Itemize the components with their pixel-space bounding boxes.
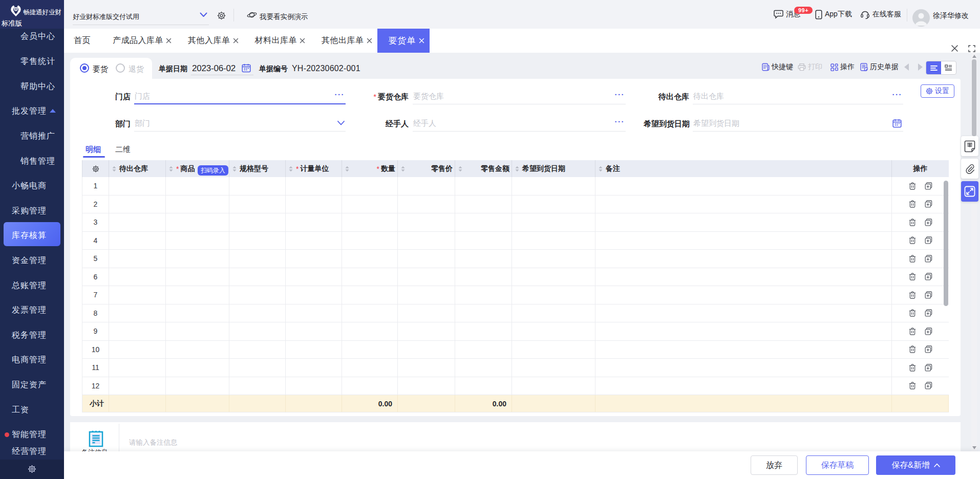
cell-out-warehouse[interactable] (109, 177, 166, 195)
next-doc-arrow-icon[interactable] (918, 63, 923, 71)
cell-qty[interactable] (342, 177, 398, 195)
cell-hope-date[interactable] (512, 359, 595, 377)
fullscreen-icon[interactable] (968, 45, 975, 52)
cell-retail-price[interactable] (398, 195, 455, 214)
copy-row-icon[interactable] (925, 291, 932, 299)
tab-requisition-order[interactable]: 要货单 (377, 29, 430, 53)
delete-row-icon[interactable] (909, 345, 916, 353)
cell-remark[interactable] (595, 377, 892, 396)
copy-row-icon[interactable] (925, 273, 932, 280)
cell-spec[interactable] (229, 250, 286, 268)
cell-spec[interactable] (229, 304, 286, 323)
sort-icon[interactable] (515, 166, 519, 172)
cell-out-warehouse[interactable] (109, 377, 166, 396)
cell-remark[interactable] (595, 304, 892, 323)
cell-remark[interactable] (595, 341, 892, 359)
cell-retail-amount[interactable] (455, 322, 512, 341)
handler-picker-dots-icon[interactable]: ··· (615, 117, 625, 126)
support-button[interactable]: 在线客服 (860, 0, 901, 29)
cell-remark[interactable] (595, 268, 892, 287)
cell-qty[interactable] (342, 377, 398, 396)
cell-qty[interactable] (342, 213, 398, 232)
cell-retail-amount[interactable] (455, 213, 512, 232)
cell-out-warehouse[interactable] (109, 359, 166, 377)
department-field[interactable]: 部门 (134, 118, 346, 132)
delete-row-icon[interactable] (909, 182, 916, 190)
cell-qty[interactable] (342, 304, 398, 323)
cell-spec[interactable] (229, 177, 286, 195)
sidebar-item-ecommerce-mini[interactable]: 小畅电商 (0, 173, 64, 198)
cell-retail-amount[interactable] (455, 377, 512, 396)
sort-icon[interactable] (112, 166, 116, 172)
copy-row-icon[interactable] (925, 364, 932, 372)
cell-hope-date[interactable] (512, 268, 595, 287)
cell-product[interactable] (166, 213, 229, 232)
delete-row-icon[interactable] (909, 291, 916, 299)
cell-spec[interactable] (229, 359, 286, 377)
cell-hope-date[interactable] (512, 177, 595, 195)
req-warehouse-picker-dots-icon[interactable]: ··· (615, 90, 625, 99)
cell-retail-amount[interactable] (455, 268, 512, 287)
cell-out-warehouse[interactable] (109, 195, 166, 214)
sidebar-item-payroll[interactable]: 工资 (0, 398, 64, 422)
copy-row-icon[interactable] (925, 219, 932, 226)
radio-return-label[interactable]: 退货 (129, 64, 144, 74)
cell-qty[interactable] (342, 322, 398, 341)
cell-remark[interactable] (595, 359, 892, 377)
delete-row-icon[interactable] (909, 255, 916, 263)
sort-icon[interactable] (345, 166, 349, 172)
copy-row-icon[interactable] (925, 255, 932, 263)
cell-product[interactable] (166, 359, 229, 377)
delete-row-icon[interactable] (909, 273, 916, 280)
cell-retail-amount[interactable] (455, 341, 512, 359)
cell-remark[interactable] (595, 177, 892, 195)
delete-row-icon[interactable] (909, 364, 916, 372)
cell-retail-price[interactable] (398, 250, 455, 268)
table-scrollbar-thumb[interactable] (944, 181, 948, 306)
cell-out-warehouse[interactable] (109, 322, 166, 341)
cell-qty[interactable] (342, 359, 398, 377)
cell-retail-price[interactable] (398, 213, 455, 232)
cell-unit[interactable] (286, 304, 342, 323)
copy-row-icon[interactable] (925, 328, 932, 335)
radio-requisition[interactable] (80, 63, 89, 73)
scrollbar-up-arrow[interactable] (972, 55, 976, 58)
cell-qty[interactable] (342, 268, 398, 287)
cell-hope-date[interactable] (512, 286, 595, 304)
cell-remark[interactable] (595, 250, 892, 268)
tab-home[interactable]: 首页 (64, 29, 101, 53)
cell-product[interactable] (166, 322, 229, 341)
cell-retail-price[interactable] (398, 232, 455, 250)
cell-unit[interactable] (286, 195, 342, 214)
cell-spec[interactable] (229, 213, 286, 232)
col-header-out-warehouse[interactable]: 待出仓库 (109, 160, 166, 177)
cell-spec[interactable] (229, 322, 286, 341)
hope-date-calendar-icon[interactable] (892, 119, 902, 128)
sidebar-item-sales[interactable]: 销售管理 (0, 149, 64, 173)
page-scrollbar[interactable] (971, 53, 977, 451)
radio-requisition-label[interactable]: 要货 (93, 64, 108, 74)
expand-panel-button[interactable] (961, 181, 978, 202)
operations-button[interactable]: 操作 (830, 58, 855, 76)
cell-retail-price[interactable] (398, 177, 455, 195)
column-settings-header[interactable] (82, 160, 109, 177)
save-draft-button[interactable]: 保存草稿 (806, 455, 869, 475)
cell-product[interactable] (166, 304, 229, 323)
cell-retail-price[interactable] (398, 341, 455, 359)
copy-row-icon[interactable] (925, 309, 932, 317)
close-tab-icon[interactable] (367, 38, 372, 43)
cell-unit[interactable] (286, 250, 342, 268)
attachment-button[interactable] (961, 159, 978, 179)
sidebar-item-invoices[interactable]: 发票管理 (0, 298, 64, 322)
cell-spec[interactable] (229, 232, 286, 250)
cell-product[interactable] (166, 177, 229, 195)
cell-retail-amount[interactable] (455, 250, 512, 268)
cell-hope-date[interactable] (512, 322, 595, 341)
sort-icon[interactable] (458, 166, 462, 172)
doc-date-value[interactable]: 2023-06-02 (192, 63, 236, 74)
store-field[interactable]: 门店 ··· (134, 91, 346, 104)
cell-out-warehouse[interactable] (109, 268, 166, 287)
cell-hope-date[interactable] (512, 232, 595, 250)
tab-material-outbound[interactable]: 材料出库单 (244, 29, 311, 53)
cell-hope-date[interactable] (512, 213, 595, 232)
